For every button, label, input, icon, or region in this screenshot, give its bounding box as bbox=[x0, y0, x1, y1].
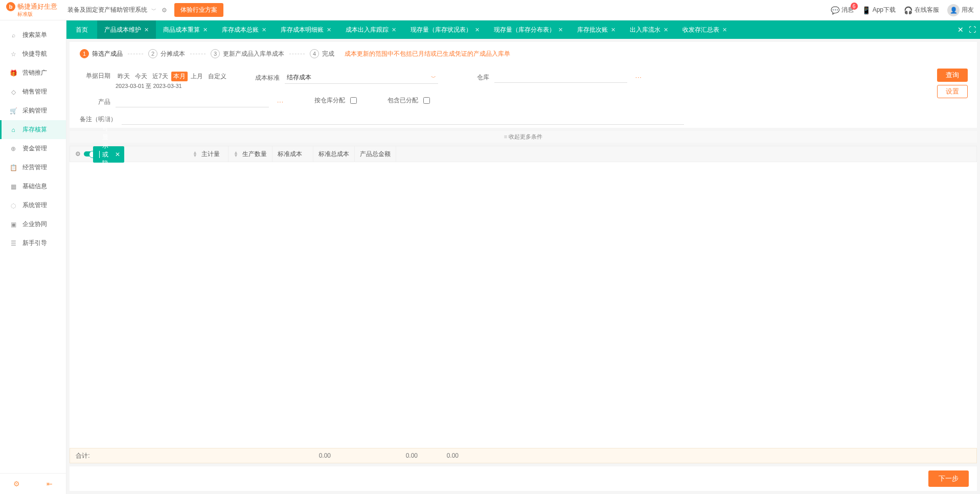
sidebar-footer: ⚙ ⇤ bbox=[0, 473, 66, 494]
total-qty: 0.00 bbox=[259, 452, 336, 459]
step-title: 分摊成本 bbox=[161, 50, 185, 58]
table-header: ⚙ 这里可显示或隐藏明细列 ✕ ▲▼主计量▲▼生产数量标准成本标准总成本产品总金… bbox=[70, 146, 977, 162]
include-distributed-checkbox[interactable] bbox=[423, 97, 430, 104]
date-option[interactable]: 自定义 bbox=[206, 72, 229, 81]
tab-7[interactable]: 现存量（库存分布表）✕ bbox=[487, 20, 570, 39]
tab-close-icon[interactable]: ✕ bbox=[722, 27, 727, 33]
data-table: ⚙ 这里可显示或隐藏明细列 ✕ ▲▼主计量▲▼生产数量标准成本标准总成本产品总金… bbox=[70, 146, 977, 448]
product-more-icon[interactable]: ··· bbox=[277, 98, 284, 105]
sidebar-item-5[interactable]: ⌂库存核算 bbox=[0, 120, 66, 139]
sidebar-item-11[interactable]: ☰新手引导 bbox=[0, 234, 66, 253]
tab-close-icon[interactable]: ✕ bbox=[327, 27, 331, 33]
system-dropdown-icon[interactable]: ﹀ bbox=[151, 7, 156, 14]
tab-label: 成本出入库跟踪 bbox=[346, 26, 389, 34]
date-option[interactable]: 近7天 bbox=[150, 72, 170, 81]
date-option[interactable]: 上月 bbox=[189, 72, 205, 81]
table-body bbox=[70, 162, 977, 448]
column-header[interactable]: ▲▼主计量 bbox=[188, 146, 229, 162]
tab-2[interactable]: 商品成本重算✕ bbox=[156, 20, 215, 39]
tab-label: 库存成本明细账 bbox=[281, 26, 324, 34]
tab-9[interactable]: 出入库流水✕ bbox=[623, 20, 675, 39]
step-3: 3更新产成品入库单成本 bbox=[211, 49, 284, 58]
sidebar-icon: ☰ bbox=[9, 240, 17, 247]
tab-0[interactable]: 首页 bbox=[66, 20, 97, 39]
include-distributed-label: 包含已分配 bbox=[377, 96, 418, 105]
tab-3[interactable]: 库存成本总账✕ bbox=[215, 20, 274, 39]
cost-standard-select[interactable]: 结存成本 ﹀ bbox=[285, 72, 438, 84]
sidebar-item-3[interactable]: ◇销售管理 bbox=[0, 82, 66, 101]
collapse-filters[interactable]: 收起更多条件 bbox=[70, 131, 977, 143]
tooltip-close-icon[interactable]: ✕ bbox=[115, 151, 120, 158]
sidebar-item-1[interactable]: ☆快捷导航 bbox=[0, 44, 66, 63]
product-input[interactable] bbox=[116, 96, 269, 107]
column-header[interactable]: ▲▼生产数量 bbox=[229, 146, 272, 162]
system-settings-icon[interactable]: ⚙ bbox=[162, 7, 167, 14]
tabs-close-all-icon[interactable]: ✕ bbox=[958, 26, 964, 34]
by-warehouse-checkbox[interactable] bbox=[350, 97, 357, 104]
tab-8[interactable]: 库存批次账✕ bbox=[570, 20, 623, 39]
tabs-fullscreen-icon[interactable]: ⛶ bbox=[969, 26, 976, 34]
tab-4[interactable]: 库存成本明细账✕ bbox=[274, 20, 338, 39]
sidebar-item-label: 搜索菜单 bbox=[22, 31, 47, 39]
totals-label: 合计: bbox=[70, 452, 96, 460]
sidebar-item-10[interactable]: ▣企业协同 bbox=[0, 215, 66, 234]
sidebar-item-9[interactable]: ◌系统管理 bbox=[0, 196, 66, 215]
tab-1[interactable]: 产品成本维护✕ bbox=[97, 20, 156, 39]
column-header[interactable]: 产品总金额 bbox=[355, 146, 396, 162]
sidebar-item-label: 销售管理 bbox=[22, 87, 47, 96]
step-1: 1筛选产成品 bbox=[80, 49, 123, 58]
column-label: 标准总成本 bbox=[318, 150, 349, 159]
remark-input[interactable] bbox=[122, 114, 684, 125]
sidebar-collapse-icon[interactable]: ⇤ bbox=[47, 480, 53, 488]
messages-button[interactable]: 💬 消息 6 bbox=[831, 6, 854, 14]
sidebar-settings-icon[interactable]: ⚙ bbox=[13, 480, 20, 488]
sidebar-icon: 🛒 bbox=[9, 107, 17, 115]
tab-6[interactable]: 现存量（库存状况表）✕ bbox=[403, 20, 487, 39]
sidebar-item-2[interactable]: 🎁营销推广 bbox=[0, 63, 66, 82]
sidebar: ⌕搜索菜单☆快捷导航🎁营销推广◇销售管理🛒采购管理⌂库存核算⊕资金管理📋经营管理… bbox=[0, 20, 66, 494]
tab-close-icon[interactable]: ✕ bbox=[144, 27, 149, 33]
column-header[interactable]: 标准成本 bbox=[272, 146, 313, 162]
sort-icon[interactable]: ▲▼ bbox=[234, 151, 238, 157]
sidebar-item-7[interactable]: 📋经营管理 bbox=[0, 158, 66, 177]
sort-icon[interactable]: ▲▼ bbox=[193, 151, 197, 157]
date-option[interactable]: 昨天 bbox=[116, 72, 132, 81]
app-download-label: App下载 bbox=[873, 6, 896, 14]
settings-button[interactable]: 设置 bbox=[937, 85, 968, 98]
next-button[interactable]: 下一步 bbox=[928, 470, 969, 487]
sidebar-item-label: 快捷导航 bbox=[22, 50, 47, 58]
user-menu[interactable]: 👤 用友 bbox=[947, 4, 974, 16]
sidebar-item-6[interactable]: ⊕资金管理 bbox=[0, 139, 66, 158]
sidebar-item-8[interactable]: ▦基础信息 bbox=[0, 177, 66, 196]
query-button[interactable]: 查询 bbox=[937, 69, 968, 82]
column-config[interactable]: ⚙ 这里可显示或隐藏明细列 ✕ bbox=[70, 146, 101, 162]
tab-10[interactable]: 收发存汇总表✕ bbox=[675, 20, 734, 39]
logo-text: 畅捷通好生意 bbox=[17, 2, 57, 11]
tab-close-icon[interactable]: ✕ bbox=[664, 27, 668, 33]
sidebar-item-4[interactable]: 🛒采购管理 bbox=[0, 101, 66, 120]
tab-close-icon[interactable]: ✕ bbox=[611, 27, 616, 33]
warehouse-input[interactable] bbox=[494, 72, 627, 83]
customer-service-button[interactable]: 🎧 在线客服 bbox=[904, 6, 939, 14]
app-download-button[interactable]: 📱 App下载 bbox=[862, 6, 896, 14]
total-amount: 0.00 bbox=[423, 452, 464, 459]
step-number: 1 bbox=[80, 49, 89, 58]
tab-close-icon[interactable]: ✕ bbox=[262, 27, 266, 33]
tab-close-icon[interactable]: ✕ bbox=[203, 27, 208, 33]
chevron-down-icon: ﹀ bbox=[431, 74, 436, 81]
sidebar-icon: ◌ bbox=[9, 202, 17, 209]
column-header[interactable]: 标准总成本 bbox=[313, 146, 355, 162]
sidebar-item-0[interactable]: ⌕搜索菜单 bbox=[0, 26, 66, 44]
sidebar-icon: ▦ bbox=[9, 183, 17, 190]
tab-label: 现存量（库存状况表） bbox=[411, 26, 472, 34]
tab-5[interactable]: 成本出入库跟踪✕ bbox=[338, 20, 403, 39]
date-option[interactable]: 今天 bbox=[133, 72, 149, 81]
sidebar-item-label: 营销推广 bbox=[22, 69, 47, 77]
tab-close-icon[interactable]: ✕ bbox=[558, 27, 563, 33]
experience-button[interactable]: 体验行业方案 bbox=[174, 3, 223, 17]
date-option[interactable]: 本月 bbox=[171, 72, 188, 81]
date-range: 2023-03-01 至 2023-03-31 bbox=[116, 82, 229, 90]
warehouse-more-icon[interactable]: ··· bbox=[635, 74, 642, 81]
tab-close-icon[interactable]: ✕ bbox=[475, 27, 480, 33]
tab-close-icon[interactable]: ✕ bbox=[392, 27, 396, 33]
